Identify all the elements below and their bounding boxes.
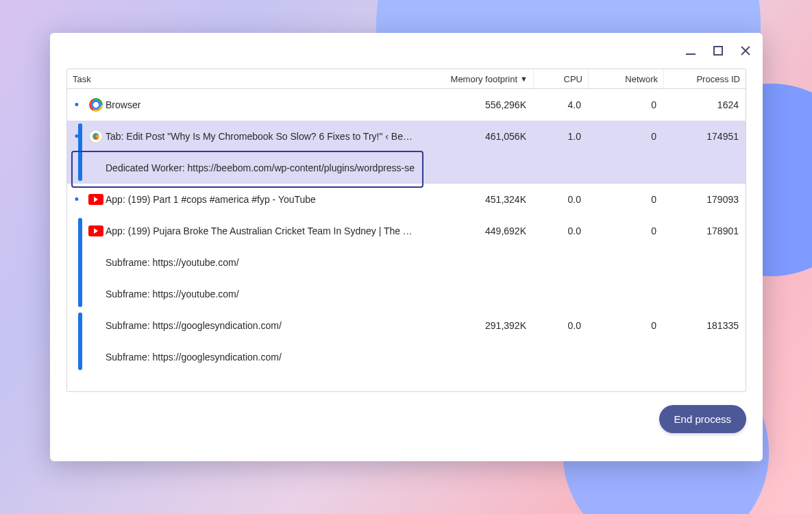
cell-cpu: 0.0	[533, 320, 588, 331]
task-name: App: (199) Pujara Broke The Australian C…	[106, 225, 423, 236]
cell-network: 0	[588, 320, 663, 331]
row-icon	[86, 194, 106, 205]
col-memory[interactable]: Memory footprint ▼	[423, 69, 533, 88]
cell-pid: 178901	[663, 225, 746, 236]
table-row[interactable]: •Browser556,296K4.001624	[67, 89, 746, 121]
table-row[interactable]: Subframe: https://youtube.com/	[67, 278, 746, 310]
cell-memory: 461,056K	[423, 131, 533, 142]
table-row[interactable]: Dedicated Worker: https://beebom.com/wp-…	[67, 152, 746, 184]
close-icon	[740, 45, 751, 56]
col-network[interactable]: Network	[588, 69, 663, 88]
youtube-icon	[88, 225, 103, 236]
table-row[interactable]: •Tab: Edit Post "Why Is My Chromebook So…	[67, 121, 746, 152]
cell-memory: 449,692K	[423, 225, 533, 236]
chrome-icon	[89, 98, 103, 112]
cell-network: 0	[588, 225, 663, 236]
col-cpu[interactable]: CPU	[533, 69, 588, 88]
close-button[interactable]	[739, 45, 752, 57]
cell-pid: 1624	[663, 99, 746, 110]
sort-desc-icon: ▼	[520, 75, 528, 83]
table-row[interactable]: Subframe: https://youtube.com/	[67, 247, 746, 278]
cell-network: 0	[588, 194, 663, 205]
col-task[interactable]: Task	[67, 69, 423, 88]
task-name: App: (199) Part 1 #cops #america #fyp - …	[106, 194, 423, 205]
cell-cpu: 0.0	[533, 194, 588, 205]
cell-memory: 556,296K	[423, 99, 533, 110]
table-row[interactable]: App: (199) Pujara Broke The Australian C…	[67, 215, 746, 247]
cell-pid: 181335	[663, 320, 746, 331]
process-group-indicator	[78, 123, 82, 181]
window-titlebar	[50, 33, 763, 69]
active-dot: •	[67, 130, 86, 143]
active-dot: •	[67, 99, 86, 111]
site-icon	[89, 130, 103, 143]
table-row[interactable]: •App: (199) Part 1 #cops #america #fyp -…	[67, 184, 746, 215]
end-process-button[interactable]: End process	[659, 405, 746, 433]
row-icon	[86, 130, 106, 143]
table-row[interactable]: Subframe: https://googlesyndication.com/	[67, 341, 746, 373]
task-name: Subframe: https://youtube.com/	[106, 257, 423, 268]
cell-cpu: 4.0	[533, 99, 588, 110]
table-header: Task Memory footprint ▼ CPU Network Proc…	[67, 69, 746, 89]
task-name: Subframe: https://youtube.com/	[106, 289, 423, 299]
maximize-icon	[713, 46, 723, 56]
minimize-icon	[685, 45, 696, 56]
task-name: Dedicated Worker: https://beebom.com/wp-…	[106, 162, 423, 173]
task-name: Browser	[106, 99, 423, 110]
col-pid[interactable]: Process ID	[663, 69, 746, 88]
task-name: Tab: Edit Post "Why Is My Chromebook So …	[106, 131, 423, 142]
cell-memory: 291,392K	[423, 320, 533, 331]
cell-pid: 174951	[663, 131, 746, 142]
cell-network: 0	[588, 131, 663, 142]
svg-rect-0	[686, 53, 696, 55]
task-name: Subframe: https://googlesyndication.com/	[106, 352, 423, 363]
row-icon	[86, 225, 106, 236]
maximize-button[interactable]	[712, 45, 724, 57]
col-memory-label: Memory footprint	[451, 74, 518, 84]
dialog-footer: End process	[50, 392, 763, 461]
table-body: •Browser556,296K4.001624•Tab: Edit Post …	[67, 89, 746, 392]
svg-rect-1	[714, 47, 722, 55]
minimize-button[interactable]	[685, 45, 697, 57]
process-group-indicator	[78, 218, 82, 307]
cell-memory: 451,324K	[423, 194, 533, 205]
cell-pid: 179093	[663, 194, 746, 205]
cell-cpu: 0.0	[533, 225, 588, 236]
cell-network: 0	[588, 99, 663, 110]
table-row[interactable]: Subframe: https://googlesyndication.com/…	[67, 310, 746, 341]
cell-cpu: 1.0	[533, 131, 588, 142]
active-dot: •	[67, 193, 86, 206]
process-group-indicator	[78, 313, 82, 370]
process-table: Task Memory footprint ▼ CPU Network Proc…	[66, 69, 746, 392]
task-name: Subframe: https://googlesyndication.com/	[106, 320, 423, 331]
youtube-icon	[88, 194, 103, 205]
row-icon	[86, 98, 106, 112]
task-manager-window: Task Memory footprint ▼ CPU Network Proc…	[50, 33, 763, 461]
